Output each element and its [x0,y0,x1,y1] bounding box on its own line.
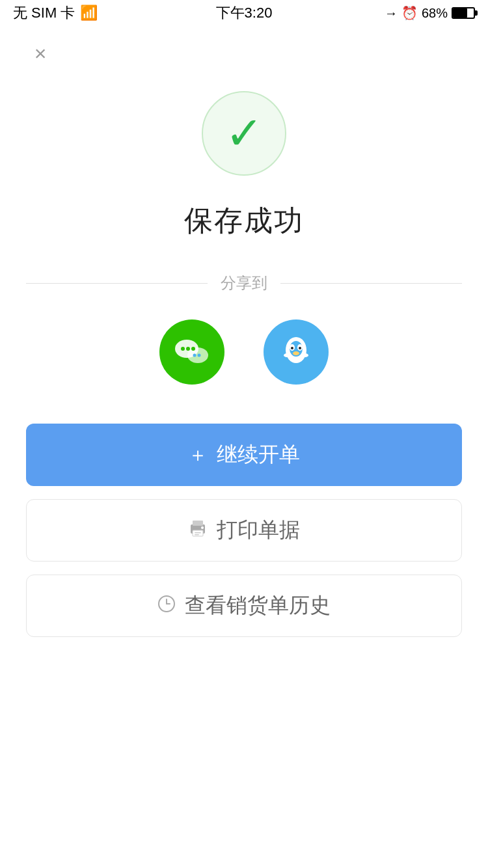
wechat-icon [173,336,211,368]
battery-icon [452,7,475,19]
share-icons [159,319,329,385]
continue-button[interactable]: ＋ 继续开单 [26,424,462,486]
svg-point-6 [198,354,201,357]
history-icon [157,595,176,617]
success-title: 保存成功 [184,202,304,240]
svg-point-14 [284,353,290,357]
svg-point-5 [193,354,197,357]
battery-percent: 68% [422,6,448,21]
alarm-icon: ⏰ [401,5,418,21]
printer-icon [188,519,208,542]
qq-icon [277,333,315,371]
main-content: × ✓ 保存成功 分享到 [0,26,488,868]
history-button[interactable]: 查看销货单历史 [26,575,462,637]
svg-rect-20 [195,534,199,536]
status-left: 无 SIM 卡 📶 [13,3,98,23]
divider-row: 分享到 [26,273,462,293]
wechat-share-button[interactable] [159,319,224,385]
checkmark-icon: ✓ [225,111,264,156]
status-right: → ⏰ 68% [385,5,475,21]
svg-point-2 [181,347,185,351]
success-icon-wrapper: ✓ [202,91,286,176]
plus-icon: ＋ [188,442,208,468]
svg-point-11 [291,347,293,349]
svg-point-4 [191,347,195,351]
qq-share-button[interactable] [264,319,329,385]
close-icon: × [34,43,47,64]
history-label: 查看销货单历史 [185,591,331,620]
svg-point-13 [293,351,299,355]
share-section: 分享到 [26,273,462,385]
close-button[interactable]: × [26,39,55,68]
continue-label: 继续开单 [217,441,300,469]
divider-line-right [280,283,462,284]
svg-point-21 [201,526,204,529]
svg-rect-19 [195,532,201,534]
svg-point-3 [186,347,190,351]
svg-point-15 [302,353,308,357]
wifi-icon: 📶 [80,5,98,21]
print-label: 打印单据 [217,516,300,545]
action-buttons: ＋ 继续开单 打印单据 [26,424,462,637]
share-label: 分享到 [221,273,267,293]
status-time: 下午3:20 [216,3,273,23]
sim-text: 无 SIM 卡 [13,3,75,23]
location-icon: → [385,6,398,21]
print-button[interactable]: 打印单据 [26,499,462,562]
svg-rect-17 [193,521,203,526]
svg-point-12 [299,347,301,349]
divider-line-left [26,283,208,284]
status-bar: 无 SIM 卡 📶 下午3:20 → ⏰ 68% [0,0,488,26]
